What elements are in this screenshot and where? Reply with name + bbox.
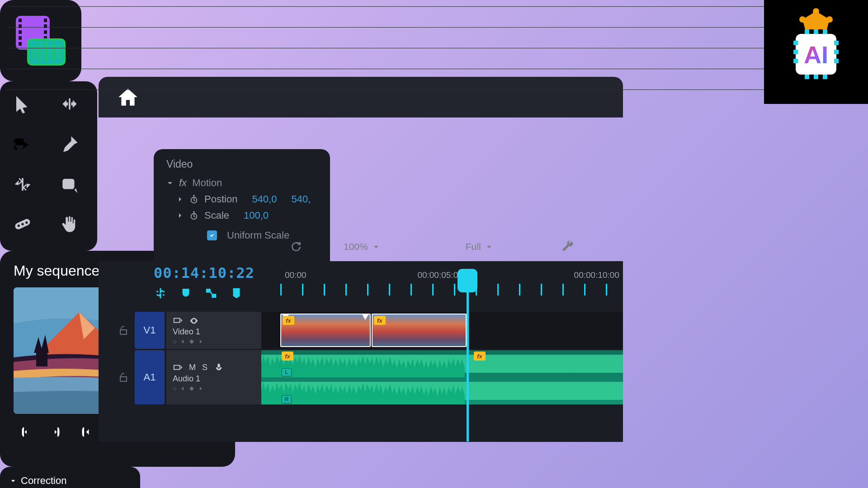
playhead[interactable]: [458, 269, 477, 441]
video-track-v1: V1 Video 1 ○ fx fx: [112, 312, 623, 349]
linked-selection-toggle[interactable]: [204, 286, 218, 300]
quality-dropdown[interactable]: Full: [466, 241, 493, 252]
stopwatch-icon[interactable]: [189, 211, 199, 221]
track-select-tool[interactable]: [10, 131, 35, 157]
track-output-icon[interactable]: [173, 316, 183, 326]
video-clip[interactable]: fx: [372, 314, 467, 347]
zoom-value: 100%: [344, 241, 368, 252]
ruler-mark: 00:00:05:00: [417, 270, 462, 280]
svg-point-2: [18, 225, 20, 227]
hand-tool[interactable]: [57, 211, 82, 237]
motion-label: Motion: [192, 177, 222, 189]
wrench-icon[interactable]: [561, 240, 574, 253]
current-timecode[interactable]: 00:14:10:22: [154, 264, 255, 282]
track-badge-v1[interactable]: V1: [135, 312, 165, 349]
svg-rect-16: [834, 50, 839, 54]
reset-icon[interactable]: [289, 240, 303, 253]
quality-value: Full: [466, 241, 481, 252]
checkbox-checked-icon[interactable]: [207, 230, 217, 240]
channel-r-badge: R: [282, 395, 292, 404]
keyframe-controls[interactable]: ○: [173, 385, 255, 392]
pen-tool[interactable]: [57, 131, 82, 157]
video-clip[interactable]: fx: [280, 314, 371, 347]
insert-mode-toggle[interactable]: [154, 286, 167, 300]
audio-track-a1: A1 M S Audio 1 ○: [112, 350, 623, 404]
go-to-in-button[interactable]: [79, 424, 95, 440]
audio-track-lane[interactable]: fx fx L R: [261, 350, 623, 404]
marker-toggle[interactable]: [230, 286, 243, 300]
microphone-icon[interactable]: [214, 363, 224, 373]
fx-badge-icon: fx: [374, 316, 386, 325]
svg-point-4: [25, 221, 28, 224]
chevron-down-icon: [10, 478, 16, 484]
track-header-v1: Video 1 ○: [166, 312, 261, 349]
scale-label: Scale: [204, 210, 229, 221]
chevron-down-icon: [486, 243, 493, 250]
scale-value[interactable]: 100,0: [244, 210, 269, 221]
svg-rect-0: [62, 178, 74, 189]
svg-rect-24: [206, 289, 211, 293]
position-property[interactable]: Postion 540,0 540,: [166, 191, 317, 207]
preview-controls-row: 100% Full: [289, 236, 574, 258]
position-x-value[interactable]: 540,0: [252, 193, 277, 205]
svg-rect-26: [174, 318, 180, 322]
ruler-mark: 00:00:10:00: [574, 270, 619, 280]
timeline-ruler[interactable]: 00:00 00:00:05:00 00:00:10:00: [280, 270, 624, 297]
fx-badge-icon: fx: [282, 352, 293, 361]
svg-rect-21: [805, 75, 809, 79]
video-track-lane[interactable]: fx fx: [261, 312, 623, 349]
color-correction-panel: Correction Temperature 0,0 Tint 0,0: [0, 467, 140, 488]
ai-badge: AI: [764, 0, 868, 104]
mark-out-button[interactable]: [48, 424, 64, 440]
playhead-line: [467, 292, 469, 441]
svg-rect-28: [174, 365, 180, 369]
svg-point-10: [813, 8, 819, 14]
track-name-v1: Video 1: [173, 327, 200, 337]
svg-point-27: [193, 320, 195, 322]
fx-icon: fx: [179, 177, 187, 189]
playhead-grip[interactable]: [458, 269, 477, 292]
solo-button[interactable]: S: [202, 363, 208, 372]
correction-header[interactable]: Correction: [10, 475, 130, 487]
zoom-dropdown[interactable]: 100%: [344, 241, 380, 252]
slip-tool[interactable]: [10, 172, 35, 197]
scale-property[interactable]: Scale 100,0: [166, 207, 317, 224]
chevron-down-icon: [166, 179, 174, 187]
track-badge-a1[interactable]: A1: [135, 350, 165, 404]
ai-text: AI: [804, 41, 828, 68]
chevron-right-icon: [176, 212, 184, 219]
chevron-down-icon: [373, 243, 380, 250]
svg-rect-19: [814, 29, 818, 34]
meter-grid: [6, 6, 847, 110]
effect-section-title: Video: [166, 158, 317, 170]
uniform-scale-label: Uniform Scale: [227, 230, 289, 241]
svg-rect-13: [793, 50, 798, 54]
lock-toggle[interactable]: [112, 312, 135, 349]
correction-title: Correction: [21, 475, 66, 487]
lock-toggle[interactable]: [112, 350, 135, 404]
eye-icon[interactable]: [189, 316, 199, 326]
chevron-right-icon: [176, 196, 184, 203]
snap-toggle[interactable]: [179, 286, 193, 300]
clip-out-marker: [362, 314, 369, 320]
track-list: V1 Video 1 ○ fx fx: [112, 312, 623, 406]
position-y-value[interactable]: 540,: [291, 193, 311, 205]
fx-badge-icon: fx: [283, 316, 294, 325]
mute-button[interactable]: M: [189, 363, 196, 372]
track-output-icon[interactable]: [173, 363, 183, 373]
svg-rect-20: [823, 29, 827, 34]
rectangle-tool[interactable]: [57, 172, 82, 197]
razor-tool[interactable]: [10, 211, 35, 237]
keyframe-controls[interactable]: ○: [173, 338, 255, 345]
mark-in-button[interactable]: [17, 424, 33, 440]
channel-l-badge: L: [282, 368, 292, 376]
svg-rect-17: [834, 59, 839, 63]
motion-group[interactable]: fx Motion: [166, 175, 317, 191]
svg-rect-22: [814, 75, 818, 79]
svg-rect-18: [805, 29, 809, 34]
svg-rect-15: [834, 41, 839, 45]
timeline-toggle-row: [154, 286, 243, 300]
svg-rect-14: [793, 59, 798, 63]
svg-rect-23: [823, 75, 827, 79]
stopwatch-icon[interactable]: [189, 194, 199, 204]
